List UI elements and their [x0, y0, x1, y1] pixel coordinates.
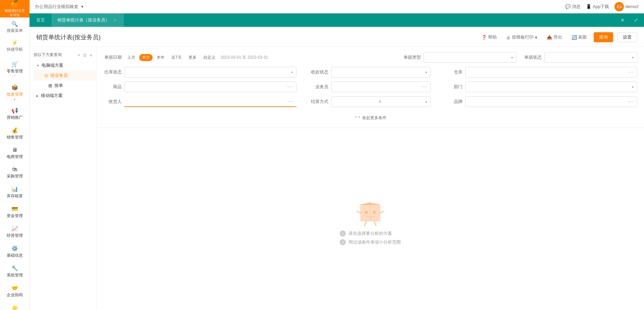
sidebar-item-retail[interactable]: 🛒 零售管理 ▾ [0, 58, 29, 81]
out-status-input[interactable]: ▾ [124, 67, 297, 78]
retail-label: 零售管理 [7, 68, 23, 74]
brand-label: 品牌 [444, 99, 463, 105]
svg-point-11 [358, 206, 359, 207]
salesperson-input[interactable]: ··· [331, 82, 431, 92]
recipient-dots: ··· [288, 98, 293, 104]
sidebar-item-inventory[interactable]: 📊 库存核算 [0, 183, 29, 202]
sidebar-item-enterprise[interactable]: 🤝 企业协同 [0, 281, 29, 301]
department-label: 部门 [444, 84, 463, 90]
help-icon: ❓ [481, 35, 487, 40]
tab-home-label: 首页 [36, 17, 45, 23]
settings-btn[interactable]: 设置 [617, 32, 637, 42]
tree-item-mobile[interactable]: ▶ 移动端方案 [30, 91, 96, 101]
warehouse-input[interactable]: ··· [465, 67, 637, 78]
tree-item-desktop[interactable]: ▼ 电脑端方案 [30, 60, 96, 70]
sidebar-search[interactable]: 🔍 搜索菜单 [0, 17, 29, 37]
breadcrumb[interactable]: 办公用品行业模拟账套 ▾ [35, 4, 84, 10]
collapse-panel-btn[interactable]: « [90, 52, 92, 58]
tree-item-by-salesperson[interactable]: ⊙ 按业务员 [34, 70, 96, 81]
sidebar-item-ecommerce[interactable]: 🖥 电商管理 [0, 144, 29, 163]
product-input[interactable]: ··· [124, 82, 297, 92]
finance-icon: 💳 [11, 206, 18, 212]
svg-line-9 [365, 221, 366, 226]
system-label: 系统管理 [7, 272, 23, 278]
purchase-label: 采购管理 [7, 173, 23, 179]
date-tab-thismonth[interactable]: 本月 [139, 54, 153, 61]
export-btn[interactable]: 📤 导出 [544, 33, 565, 42]
tab-sales-stats-label: 销货单统计表（按业务员） [57, 17, 110, 23]
app-download-btn[interactable]: 📱 App下载 [586, 4, 609, 10]
payment-method-clear[interactable]: ✕ [377, 99, 383, 104]
search-label: 搜索菜单 [7, 28, 23, 34]
filter-area: 单据日期 上月 本月 本年 近7天 更多 自定义 2023-03-01 至 20… [97, 47, 644, 128]
sidebar-item-system[interactable]: 🔧 系统管理 [0, 262, 29, 281]
sidebar-item-basic[interactable]: ⚙️ 基础信息 [0, 242, 29, 262]
empty-state: 1 请先选择要分析的方案 2 用过滤条件来缩小分析范围 [97, 128, 644, 310]
receipt-status-arrow: ▾ [425, 70, 427, 74]
sidebar-item-operations[interactable]: 📈 经营管理 [0, 222, 29, 242]
receipt-status-input[interactable]: ▾ [331, 67, 431, 78]
inventory-icon: 📊 [11, 186, 18, 192]
operations-icon: 📈 [11, 225, 18, 232]
date-tab-lastmonth[interactable]: 上月 [124, 54, 138, 61]
filter-brand: 品牌 ··· [444, 96, 637, 107]
sidebar-item-sales[interactable]: 💰 销售管理 [0, 124, 29, 144]
collapse-btn[interactable]: ⌃⌃ 收起更多条件 [350, 114, 390, 122]
doc-status-label: 单据状态 [523, 54, 542, 60]
doc-type-arrow: ▾ [511, 56, 513, 59]
receipt-status-label: 收款状态 [310, 69, 328, 75]
date-tab-custom[interactable]: 自定义 [201, 54, 218, 61]
breadcrumb-arrow: ▾ [81, 4, 84, 9]
doc-type-input[interactable]: ▾ [424, 52, 517, 63]
tree-item-by-order[interactable]: ⊞ 按单 [34, 81, 96, 91]
filter-row-2: 出库状态 ▾ 收款状态 ▾ [103, 67, 637, 78]
filter-doc-type: 单据类型 ▾ [402, 52, 517, 63]
filter-row-3: 商品 ··· 业务员 ··· [103, 82, 637, 92]
sidebar-item-purchase[interactable]: 🛍 采购管理 [0, 163, 29, 183]
user-avatar: Ea [614, 2, 624, 11]
sidebar-item-wholesale[interactable]: 📦 批发管理 ▴ [0, 81, 29, 104]
app-sub: 标准版 [10, 13, 20, 17]
date-tab-7days[interactable]: 近7天 [169, 54, 184, 61]
scheme-settings-btn[interactable]: ⊙ [83, 52, 87, 58]
brand-input[interactable]: ··· [465, 96, 637, 107]
app-logo[interactable]: 🍊 畅捷通好生意 标准版 [0, 0, 30, 17]
filter-product: 商品 ··· [103, 82, 297, 92]
collapse-row: ⌃⌃ 收起更多条件 [103, 111, 637, 122]
doc-status-input[interactable]: ▾ [544, 52, 637, 63]
tab-home[interactable]: 首页 [30, 13, 52, 27]
quick-nav[interactable]: ⚡ 快捷导航 [0, 37, 29, 55]
refresh-btn[interactable]: 🔄 刷新 [569, 33, 590, 42]
empty-tip-1: 1 请先选择要分析的方案 [340, 230, 401, 237]
enterprise-label: 企业协同 [7, 292, 23, 298]
tree-child-desktop: ⊙ 按业务员 ⊞ 按单 [30, 70, 96, 91]
date-tab-thisyear[interactable]: 本年 [154, 54, 167, 61]
marketing-label: 营销推广 [7, 115, 23, 120]
sidebar-item-marketing[interactable]: 📢 营销推广 [0, 104, 29, 124]
message-btn[interactable]: 💬 消息 [565, 4, 581, 10]
user-menu[interactable]: Ea demo2 [614, 2, 639, 11]
warehouse-label: 仓库 [444, 69, 463, 75]
sidebar-item-finance[interactable]: 💳 资金管理 [0, 202, 29, 222]
payment-method-input[interactable]: ✕ ▾ [331, 96, 431, 107]
enterprise-icon: 🤝 [11, 285, 18, 291]
left-panel-icons: + ⊙ « [77, 52, 92, 58]
filter-payment-method: 结算方式 ✕ ▾ [310, 96, 431, 107]
filter-row-4: 收货人 ··· 结算方式 ✕ [103, 96, 637, 107]
recipient-input[interactable]: ··· [124, 96, 297, 107]
newbie-icon: 🌟 [11, 305, 18, 310]
add-scheme-btn[interactable]: + [77, 52, 80, 58]
tab-close-btn[interactable]: × [112, 17, 118, 23]
department-input[interactable]: ▾ [465, 82, 637, 92]
left-panel-title: 按以下方案查询 [34, 52, 62, 58]
date-tab-more[interactable]: 更多 [186, 54, 199, 61]
tab-sales-stats[interactable]: 销货单统计表（按业务员） × [52, 13, 123, 27]
help-btn[interactable]: ❓ 帮助 [479, 33, 499, 42]
sidebar-item-newbie[interactable]: 🌟 新手引导 [0, 301, 29, 310]
print-btn[interactable]: 🖨 按模板打印 ▾ [503, 33, 540, 42]
query-btn[interactable]: 查询 [594, 32, 613, 42]
close-window-btn[interactable]: ✕ [617, 15, 628, 25]
maximize-btn[interactable]: ⤢ [631, 15, 641, 25]
help-label: 帮助 [488, 34, 497, 40]
out-status-arrow: ▾ [291, 70, 293, 74]
